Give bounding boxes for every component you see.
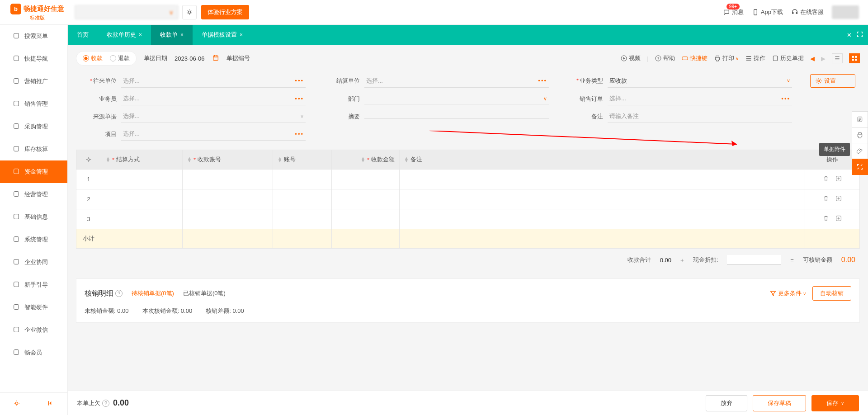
totals-row: 收款合计 0.00 + 现金折扣: = 可核销金额 0.00 bbox=[76, 249, 860, 271]
settings-gear-button[interactable] bbox=[182, 5, 197, 19]
calendar-icon[interactable] bbox=[212, 54, 219, 63]
toolbar-print[interactable]: 打印 ∨ bbox=[714, 54, 739, 62]
delete-row-icon[interactable] bbox=[822, 215, 830, 223]
float-note-button[interactable] bbox=[852, 111, 868, 127]
sidebar-item[interactable]: 资金管理 bbox=[0, 160, 67, 183]
sidebar-item[interactable]: 经营管理 bbox=[0, 183, 67, 206]
messages-button[interactable]: 99+ 消息 bbox=[723, 8, 744, 16]
sidebar-item[interactable]: 搜索菜单 bbox=[0, 25, 67, 47]
keyboard-icon bbox=[681, 55, 689, 62]
online-service-button[interactable]: 在线客服 bbox=[791, 8, 824, 16]
sidebar-item-label: 智能硬件 bbox=[24, 303, 48, 311]
partner-input[interactable]: 选择...••• bbox=[121, 75, 306, 88]
help-icon[interactable]: ? bbox=[102, 400, 109, 407]
sidebar-settings-icon[interactable] bbox=[13, 400, 20, 408]
th-receipt-account[interactable]: ▲▼*收款账号 bbox=[183, 150, 273, 169]
auto-verify-button[interactable]: 自动核销 bbox=[812, 286, 851, 301]
sidebar-item[interactable]: 基础信息 bbox=[0, 206, 67, 228]
close-icon[interactable]: × bbox=[240, 32, 243, 38]
sidebar-item-icon bbox=[13, 258, 20, 267]
sidebar-item[interactable]: 快捷导航 bbox=[0, 47, 67, 70]
float-print-button[interactable] bbox=[852, 127, 868, 143]
sidebar-collapse-icon[interactable] bbox=[47, 400, 54, 408]
app-download-button[interactable]: App下载 bbox=[752, 8, 783, 16]
delete-row-icon[interactable] bbox=[822, 195, 830, 203]
add-row-icon[interactable] bbox=[835, 195, 842, 203]
toolbar-video[interactable]: 视频 bbox=[620, 54, 641, 62]
document-header: 收款 退款 单据日期 2023-06-06 单据编号 视频 | ?帮助 快捷键 … bbox=[76, 51, 860, 66]
float-attachment-button[interactable] bbox=[852, 143, 868, 159]
user-avatar[interactable] bbox=[832, 5, 859, 19]
float-expand-button[interactable] bbox=[852, 159, 868, 175]
close-icon[interactable]: × bbox=[139, 32, 142, 38]
sidebar-item-icon bbox=[13, 326, 20, 335]
cash-discount-input[interactable] bbox=[727, 255, 781, 265]
sidebar-item[interactable]: 新手引导 bbox=[0, 274, 67, 296]
table-row[interactable]: 3 bbox=[76, 209, 859, 229]
table-row[interactable]: 1 bbox=[76, 169, 859, 189]
settings-button[interactable]: 设置 bbox=[810, 74, 855, 88]
sidebar-item[interactable]: 智能硬件 bbox=[0, 296, 67, 319]
toolbar-help[interactable]: ?帮助 bbox=[655, 54, 675, 62]
more-filter-button[interactable]: 更多条件∨ bbox=[769, 289, 806, 297]
summary-input[interactable] bbox=[364, 114, 549, 119]
receipt-table: ▲▼*结算方式 ▲▼*收款账号 ▲▼账号 ▲▼*收款金额 ▲▼备注 操作 123… bbox=[76, 150, 860, 249]
gear-icon[interactable] bbox=[85, 156, 92, 163]
delete-row-icon[interactable] bbox=[822, 175, 830, 184]
project-input[interactable]: 选择...••• bbox=[121, 127, 306, 141]
save-button[interactable]: 保存∨ bbox=[811, 395, 859, 411]
view-card-toggle[interactable] bbox=[849, 53, 860, 63]
sales-order-input[interactable]: 选择...••• bbox=[608, 92, 792, 105]
company-select[interactable]: ∨ bbox=[75, 5, 179, 19]
toolbar-shortcut[interactable]: 快捷键 bbox=[681, 54, 708, 62]
svg-rect-21 bbox=[682, 57, 688, 60]
sidebar-item[interactable]: 畅会员 bbox=[0, 341, 67, 364]
verify-tab-pending[interactable]: 待核销单据(0笔) bbox=[132, 289, 174, 297]
sidebar-item[interactable]: 营销推广 bbox=[0, 70, 67, 93]
save-draft-button[interactable]: 保存草稿 bbox=[753, 395, 806, 411]
tab[interactable]: 收款单历史× bbox=[98, 25, 151, 45]
settle-unit-input[interactable]: 选择...••• bbox=[364, 75, 549, 88]
th-remark[interactable]: ▲▼备注 bbox=[400, 150, 805, 169]
add-row-icon[interactable] bbox=[835, 215, 842, 223]
help-icon[interactable]: ? bbox=[115, 290, 123, 297]
radio-receipt[interactable]: 收款 bbox=[83, 54, 103, 62]
tab-close-all-button[interactable]: ✕ bbox=[847, 32, 852, 38]
toolbar-operate[interactable]: 操作 bbox=[745, 54, 765, 62]
th-account-no[interactable]: ▲▼账号 bbox=[273, 150, 332, 169]
th-settle-method[interactable]: ▲▼*结算方式 bbox=[101, 150, 183, 169]
tab-label: 收款单 bbox=[160, 31, 178, 39]
logo-title: 畅捷通好生意 bbox=[24, 5, 64, 13]
svg-rect-22 bbox=[773, 56, 777, 61]
sidebar-item[interactable]: 采购管理 bbox=[0, 115, 67, 138]
filter-icon bbox=[769, 290, 777, 297]
sidebar-item[interactable]: 企业协同 bbox=[0, 251, 67, 274]
salesman-input[interactable]: 选择...••• bbox=[121, 92, 306, 105]
remark-input[interactable]: 请输入备注 bbox=[608, 110, 792, 123]
sidebar-item-icon bbox=[13, 100, 20, 108]
th-receipt-amount[interactable]: ▲▼*收款金额 bbox=[332, 150, 400, 169]
close-icon[interactable]: × bbox=[180, 32, 184, 38]
dept-select[interactable]: ∨ bbox=[364, 94, 549, 104]
sidebar-item[interactable]: 库存核算 bbox=[0, 138, 67, 160]
tab[interactable]: 收款单× bbox=[151, 25, 193, 45]
tab[interactable]: 单据模板设置× bbox=[193, 25, 252, 45]
abandon-button[interactable]: 放弃 bbox=[706, 395, 747, 411]
doc-date-value[interactable]: 2023-06-06 bbox=[175, 55, 205, 62]
toolbar-history[interactable]: 历史单据 bbox=[772, 54, 804, 62]
add-row-icon[interactable] bbox=[835, 175, 842, 184]
view-list-toggle[interactable] bbox=[832, 53, 843, 63]
sidebar-item[interactable]: 系统管理 bbox=[0, 228, 67, 251]
radio-refund[interactable]: 退款 bbox=[110, 54, 130, 62]
tab-fullscreen-button[interactable] bbox=[856, 31, 863, 39]
sidebar-item[interactable]: 企业微信 bbox=[0, 319, 67, 341]
[interactable]: 选择...∨ bbox=[121, 110, 306, 123]
trial-industry-button[interactable]: 体验行业方案 bbox=[201, 5, 249, 19]
nav-prev[interactable]: ◀ bbox=[810, 55, 815, 62]
table-row[interactable]: 2 bbox=[76, 189, 859, 209]
tab[interactable]: 首页 bbox=[68, 25, 98, 45]
sidebar-item[interactable]: 销售管理 bbox=[0, 93, 67, 115]
biz-type-select[interactable]: 应收款∨ bbox=[608, 75, 792, 88]
nav-next[interactable]: ▶ bbox=[821, 55, 826, 62]
verify-tab-done[interactable]: 已核销单据(0笔) bbox=[183, 289, 226, 297]
